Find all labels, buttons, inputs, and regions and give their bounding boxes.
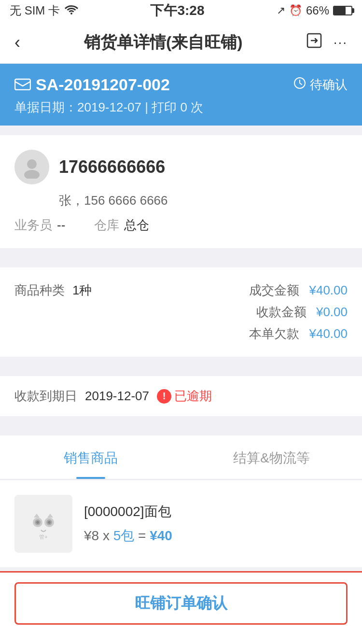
product-price: ¥8 x 5包 = ¥40 — [84, 527, 348, 545]
svg-text:管+: 管+ — [39, 534, 47, 540]
back-button[interactable]: ‹ — [14, 32, 20, 53]
equals-text: = — [134, 528, 150, 543]
page-title: 销货单详情(来自旺铺) — [84, 31, 243, 54]
status-left: 无 SIM 卡 — [10, 3, 78, 18]
customer-contact: 张，156 6666 6666 — [14, 192, 348, 209]
overdue-badge: ! 已逾期 — [157, 388, 212, 405]
order-header: SA-20191207-002 待确认 单据日期：2019-12-07 | 打印… — [0, 64, 362, 126]
svg-point-10 — [48, 521, 51, 524]
sales-value: -- — [57, 218, 65, 233]
sales-label: 业务员 — [14, 217, 52, 234]
share-icon[interactable] — [306, 33, 322, 52]
warehouse-label: 仓库 — [94, 217, 119, 234]
tab-sales-products[interactable]: 销售商品 — [0, 435, 181, 479]
category-value: 1种 — [72, 282, 92, 299]
category-label: 商品种类 — [14, 282, 65, 299]
stats-label-1: 收款金额 — [256, 304, 306, 321]
stats-left: 商品种类 1种 — [14, 282, 92, 299]
stats-value-1: ¥0.00 — [316, 305, 348, 320]
stats-row-2: 本单欠款 ¥40.00 — [249, 325, 348, 342]
product-qty: 5包 — [113, 528, 135, 543]
carrier-label: 无 SIM 卡 — [10, 3, 60, 18]
stats-label-2: 本单欠款 — [249, 325, 299, 342]
order-id: SA-20191207-002 — [14, 75, 170, 94]
stats-label-0: 成交金额 — [249, 282, 299, 299]
wifi-icon — [65, 4, 78, 17]
stats-card: 商品种类 1种 成交金额 ¥40.00 收款金额 ¥0.00 本单欠款 ¥40.… — [0, 267, 362, 357]
stats-row-0: 成交金额 ¥40.00 — [249, 282, 348, 299]
overdue-icon: ! — [157, 389, 171, 404]
status-right: ↗ ⏰ 66% — [277, 4, 352, 17]
overdue-label: 已逾期 — [174, 388, 212, 405]
divider-1 — [0, 126, 362, 135]
order-status: 待确认 — [293, 76, 348, 93]
divider-4 — [0, 426, 362, 435]
stats-value-2: ¥40.00 — [309, 326, 348, 341]
price-text: ¥8 x — [84, 528, 113, 543]
order-icon — [14, 75, 31, 94]
order-date: 单据日期：2019-12-07 | 打印 0 次 — [14, 99, 348, 116]
svg-point-9 — [36, 521, 39, 524]
customer-card: 17666666666 张，156 6666 6666 业务员 -- 仓库 总仓 — [0, 135, 362, 248]
more-icon[interactable]: ··· — [334, 35, 348, 50]
stats-value-0: ¥40.00 — [309, 283, 348, 298]
divider-3 — [0, 366, 362, 376]
sales-meta: 业务员 -- — [14, 217, 65, 234]
table-row: 管+ [0000002]面包 ¥8 x 5包 = ¥40 — [0, 480, 362, 567]
warehouse-value: 总仓 — [124, 217, 149, 234]
battery-label: 66% — [306, 4, 329, 17]
customer-avatar — [14, 150, 49, 184]
product-info: [0000002]面包 ¥8 x 5包 = ¥40 — [84, 503, 348, 545]
confirm-order-button[interactable]: 旺铺订单确认 — [14, 582, 348, 625]
tabs-bar: 销售商品 结算&物流等 — [0, 435, 362, 479]
status-clock-icon — [293, 77, 306, 93]
confirm-btn-wrapper: 旺铺订单确认 — [0, 571, 362, 644]
stats-right: 成交金额 ¥40.00 收款金额 ¥0.00 本单欠款 ¥40.00 — [249, 282, 348, 342]
product-list: 管+ [0000002]面包 ¥8 x 5包 = ¥40 — [0, 480, 362, 567]
customer-meta: 业务员 -- 仓库 总仓 — [14, 217, 348, 234]
svg-point-4 — [24, 170, 40, 179]
svg-rect-1 — [15, 79, 30, 90]
stats-row-1: 收款金额 ¥0.00 — [256, 304, 348, 321]
warehouse-meta: 仓库 总仓 — [94, 217, 149, 234]
battery-icon — [333, 6, 352, 15]
alarm-icon: ⏰ — [289, 4, 302, 17]
divider-2 — [0, 258, 362, 267]
nav-bar: ‹ 销货单详情(来自旺铺) ··· — [0, 21, 362, 64]
tab-settlement[interactable]: 结算&物流等 — [181, 435, 362, 479]
due-date-card: 收款到期日 2019-12-07 ! 已逾期 — [0, 376, 362, 416]
due-label: 收款到期日 — [14, 388, 77, 405]
status-bar: 无 SIM 卡 下午3:28 ↗ ⏰ 66% — [0, 0, 362, 21]
customer-phone: 17666666666 — [59, 157, 165, 177]
nav-actions: ··· — [306, 33, 348, 52]
product-name: [0000002]面包 — [84, 503, 348, 521]
due-date: 2019-12-07 — [85, 389, 149, 404]
product-total: ¥40 — [150, 528, 172, 543]
location-icon: ↗ — [277, 4, 285, 17]
status-time: 下午3:28 — [150, 1, 204, 20]
svg-point-3 — [27, 159, 37, 169]
product-thumbnail: 管+ — [14, 495, 72, 553]
